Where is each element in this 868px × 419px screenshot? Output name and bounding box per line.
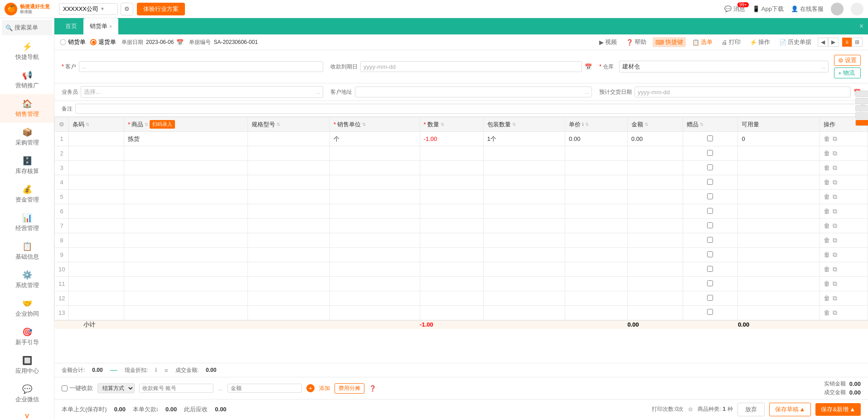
float-btn-3[interactable]: 色	[855, 105, 868, 111]
cell-gift[interactable]	[683, 262, 738, 277]
cell-unit[interactable]	[330, 190, 420, 204]
delete-icon[interactable]: 🗑	[824, 222, 830, 230]
cell-product[interactable]	[124, 204, 248, 219]
prev-btn[interactable]: ◀	[818, 38, 828, 47]
gift-checkbox[interactable]	[707, 237, 713, 243]
gift-checkbox[interactable]	[707, 295, 713, 301]
sidebar-item-system[interactable]: ⚙️ 系统管理	[0, 265, 54, 294]
cell-spec[interactable]	[248, 219, 330, 233]
cell-price[interactable]	[565, 204, 628, 219]
gift-checkbox[interactable]	[707, 309, 713, 315]
copy-icon[interactable]: ⧉	[833, 178, 837, 186]
cell-pack-qty[interactable]	[483, 233, 565, 248]
cell-product[interactable]	[124, 262, 248, 277]
radio-sales[interactable]: 销货单	[60, 38, 86, 46]
delete-icon[interactable]: 🗑	[824, 178, 830, 186]
gear-button[interactable]: ⚙	[121, 3, 133, 15]
cell-price[interactable]	[565, 190, 628, 204]
cell-spec[interactable]	[248, 262, 330, 277]
cell-pack-qty[interactable]	[483, 277, 565, 291]
avatar-extra[interactable]	[851, 3, 863, 15]
payment-method-select[interactable]: 结算方式	[97, 383, 135, 393]
cell-barcode[interactable]	[69, 306, 124, 320]
cell-product[interactable]	[124, 175, 248, 190]
delete-icon[interactable]: 🗑	[824, 294, 830, 302]
sidebar-item-purchase[interactable]: 📦 采购管理	[0, 123, 54, 151]
cell-qty[interactable]	[420, 306, 483, 320]
cell-gift[interactable]	[683, 204, 738, 219]
receivable-calendar-icon[interactable]: 📅	[585, 63, 592, 70]
cell-amount[interactable]	[627, 146, 683, 161]
cell-barcode[interactable]	[69, 161, 124, 175]
copy-icon[interactable]: ⧉	[833, 135, 837, 143]
grid-view-btn[interactable]: ⊞	[852, 38, 863, 47]
cell-gift[interactable]	[683, 277, 738, 291]
cell-qty[interactable]	[420, 233, 483, 248]
sidebar-item-sales[interactable]: 🏠 销售管理	[0, 94, 54, 123]
cell-barcode[interactable]	[69, 262, 124, 277]
cell-price[interactable]	[565, 233, 628, 248]
gift-checkbox[interactable]	[707, 266, 713, 272]
cell-qty[interactable]	[420, 175, 483, 190]
cell-pack-qty[interactable]	[483, 204, 565, 219]
cell-amount[interactable]	[627, 219, 683, 233]
cell-barcode[interactable]	[69, 146, 124, 161]
cell-amount[interactable]	[627, 190, 683, 204]
cell-qty[interactable]	[420, 291, 483, 306]
col-gear[interactable]: ⚙	[55, 117, 69, 132]
gift-checkbox[interactable]	[707, 280, 713, 286]
cell-product[interactable]: 拣货	[124, 132, 248, 146]
cell-price[interactable]	[565, 248, 628, 262]
gift-checkbox[interactable]	[707, 135, 713, 141]
cell-price[interactable]	[565, 277, 628, 291]
search-menu[interactable]: 🔍 搜索菜单	[2, 20, 52, 35]
payment-account-input[interactable]	[139, 384, 213, 393]
cell-unit[interactable]	[330, 219, 420, 233]
cell-gift[interactable]	[683, 190, 738, 204]
cell-unit[interactable]	[330, 204, 420, 219]
cell-amount[interactable]	[627, 248, 683, 262]
gift-checkbox[interactable]	[707, 150, 713, 156]
expense-btn[interactable]: 费用分摊	[335, 383, 364, 394]
cell-qty[interactable]	[420, 277, 483, 291]
cell-barcode[interactable]	[69, 219, 124, 233]
delete-icon[interactable]: 🗑	[824, 164, 830, 172]
select-order-btn[interactable]: 📋 选单	[689, 37, 715, 47]
next-btn[interactable]: ▶	[828, 38, 839, 47]
cell-pack-qty[interactable]	[483, 190, 565, 204]
delete-icon[interactable]: 🗑	[824, 265, 830, 273]
cell-product[interactable]	[124, 306, 248, 320]
cell-amount[interactable]	[627, 277, 683, 291]
delete-icon[interactable]: 🗑	[824, 251, 830, 259]
cell-pack-qty[interactable]	[483, 161, 565, 175]
sidebar-item-inventory[interactable]: 🗄️ 库存核算	[0, 151, 54, 180]
print-btn[interactable]: 🖨 打印	[719, 37, 743, 47]
avatar[interactable]	[831, 3, 844, 15]
delete-icon[interactable]: 🗑	[824, 309, 830, 317]
delete-icon[interactable]: 🗑	[824, 207, 830, 215]
tab-bar-close-icon[interactable]: ×	[859, 22, 863, 30]
cell-qty[interactable]	[420, 262, 483, 277]
cell-unit[interactable]	[330, 175, 420, 190]
cell-barcode[interactable]	[69, 233, 124, 248]
cell-barcode[interactable]	[69, 132, 124, 146]
cell-pack-qty[interactable]	[483, 175, 565, 190]
cell-spec[interactable]	[248, 306, 330, 320]
discount-info-icon[interactable]: ℹ	[155, 367, 157, 373]
shortcut-btn[interactable]: ⌨ 快捷键	[653, 37, 686, 47]
sidebar-item-guide[interactable]: 🎯 新手引导	[0, 323, 54, 351]
cell-pack-qty[interactable]: 1个	[483, 132, 565, 146]
cell-amount[interactable]	[627, 262, 683, 277]
remark-input[interactable]	[75, 104, 861, 114]
online-service-btn[interactable]: 👤 在线客服	[791, 5, 824, 13]
float-btn-1[interactable]: 皮	[855, 91, 868, 97]
message-btn[interactable]: 💬 消息 99+	[724, 5, 745, 13]
logistics-button[interactable]: + 物流	[834, 67, 861, 78]
cell-amount[interactable]	[627, 291, 683, 306]
cell-pack-qty[interactable]	[483, 262, 565, 277]
scan-button[interactable]: 扫码录入	[150, 120, 175, 129]
cell-spec[interactable]	[248, 190, 330, 204]
expense-help-icon[interactable]: ❓	[369, 385, 376, 392]
warehouse-input[interactable]: 建材仓 ...	[619, 61, 829, 72]
cell-product[interactable]	[124, 190, 248, 204]
